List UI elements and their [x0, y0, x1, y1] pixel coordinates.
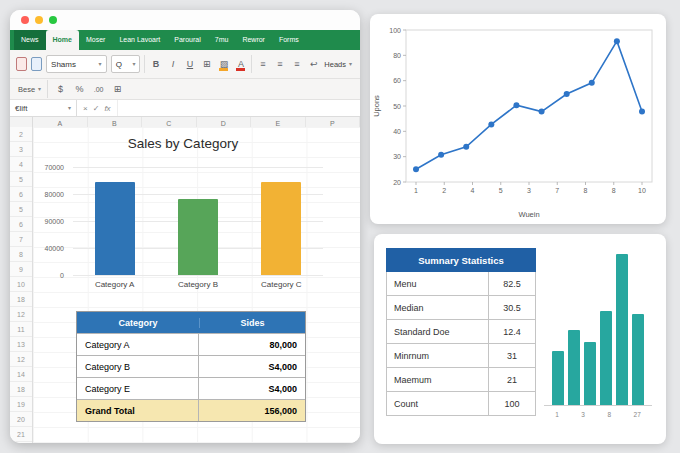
row-header[interactable]: 6: [10, 187, 32, 202]
stats-row: Count100: [386, 392, 536, 416]
row-header[interactable]: 18: [10, 382, 32, 397]
stats-rows: Menu82.5Median30.5Standard Doe12.4Minrnu…: [386, 272, 536, 416]
stats-row: Median30.5: [386, 296, 536, 320]
ribbon-tab-rewror[interactable]: Rewror: [235, 30, 272, 50]
xtick-label: 4: [471, 187, 475, 194]
row-header[interactable]: 9: [10, 262, 32, 277]
sheet-grid[interactable]: Sales by Category 700008000090000400000 …: [33, 127, 360, 443]
borders-icon[interactable]: ⊞: [200, 57, 213, 72]
row-header[interactable]: 8: [10, 247, 32, 262]
row-header[interactable]: 2: [10, 127, 32, 142]
stats-row: Minrnum31: [386, 344, 536, 368]
stats-label: Median: [387, 296, 489, 319]
sales-chart-xlabels: Category ACategory BCategory C: [73, 280, 323, 289]
row-header[interactable]: 5: [10, 202, 32, 217]
row-header[interactable]: 20: [10, 412, 32, 427]
xtick-label: 5: [499, 187, 503, 194]
ribbon-tab-forms[interactable]: Forms: [272, 30, 306, 50]
merge-cells-icon[interactable]: ⊞: [111, 82, 124, 97]
row-header[interactable]: 3: [10, 142, 32, 157]
row-header[interactable]: 6: [10, 217, 32, 232]
formula-input[interactable]: [118, 100, 360, 116]
ribbon-tab-moser[interactable]: Moser: [79, 30, 112, 50]
y-axis-label: Upons: [372, 95, 381, 117]
table-cell-value[interactable]: S4,000: [199, 384, 305, 394]
font-color-icon[interactable]: A: [234, 57, 247, 72]
minimize-button[interactable]: [35, 16, 43, 24]
fill-color-icon[interactable]: ▨: [217, 57, 230, 72]
toolbar-divider: [251, 55, 252, 73]
ytick-label: 40: [393, 128, 401, 135]
table-header-row: CategorySides: [77, 312, 305, 333]
xtick-label: 3: [527, 187, 531, 194]
decimal-format-icon[interactable]: .00: [92, 82, 105, 97]
row-header[interactable]: 7: [10, 232, 32, 247]
stats-label: Menu: [387, 272, 489, 295]
mini-bar: [584, 342, 596, 405]
row-header[interactable]: 12: [10, 352, 32, 367]
percent-format-icon[interactable]: %: [73, 82, 86, 97]
table-row: Grand Total156,000: [77, 399, 305, 421]
table-cell-label[interactable]: Category B: [77, 356, 199, 377]
cancel-entry-icon[interactable]: ×: [83, 104, 88, 113]
align-right-icon[interactable]: ≡: [290, 57, 303, 72]
bese-dropdown[interactable]: Bese ▾: [18, 85, 41, 94]
table-cell-value[interactable]: 80,000: [199, 340, 305, 350]
heads-dropdown[interactable]: Heads ▾: [324, 60, 354, 69]
align-left-icon[interactable]: ≡: [256, 57, 269, 72]
insert-function-icon[interactable]: fx: [104, 104, 110, 113]
italic-button[interactable]: I: [166, 57, 179, 72]
mini-bar-chart: 13827: [544, 254, 652, 420]
embedded-chart-title: Sales by Category: [43, 136, 323, 151]
row-header[interactable]: 4: [10, 157, 32, 172]
zoom-button[interactable]: [49, 16, 57, 24]
close-button[interactable]: [21, 16, 29, 24]
align-center-icon[interactable]: ≡: [273, 57, 286, 72]
data-point: [639, 109, 645, 115]
plot-border: [406, 30, 652, 182]
ribbon-tab-lean-lavoart[interactable]: Lean Lavoart: [112, 30, 167, 50]
table-header-category[interactable]: Category: [77, 318, 200, 328]
row-header[interactable]: 14: [10, 367, 32, 382]
row-header[interactable]: 19: [10, 397, 32, 412]
underline-button[interactable]: U: [183, 57, 196, 72]
table-cell-label[interactable]: Grand Total: [77, 400, 199, 421]
table-header-sides[interactable]: Sides: [200, 318, 305, 328]
wrap-text-icon[interactable]: ↩: [307, 57, 320, 72]
bold-button[interactable]: B: [149, 57, 162, 72]
row-header[interactable]: 5: [10, 172, 32, 187]
table-cell-label[interactable]: Category E: [77, 378, 199, 399]
ribbon-tab-news[interactable]: News: [14, 30, 46, 50]
table-cell-value[interactable]: S4,000: [199, 362, 305, 372]
xtick-label: 10: [638, 187, 646, 194]
stats-label: Count: [387, 392, 489, 415]
font-name-value: Shams: [51, 60, 76, 69]
mini-xtick-label: 1: [555, 411, 559, 418]
confirm-entry-icon[interactable]: ✓: [93, 104, 100, 113]
data-point: [488, 121, 494, 127]
row-header[interactable]: 11: [10, 322, 32, 337]
ribbon-tab-7mu[interactable]: 7mu: [208, 30, 236, 50]
ribbon-tab-home[interactable]: Home: [46, 30, 79, 50]
format-painter-icon[interactable]: [31, 57, 42, 71]
paste-icon[interactable]: [16, 57, 27, 71]
row-header[interactable]: 18: [10, 292, 32, 307]
data-point: [614, 38, 620, 44]
formula-buttons: × ✓ fx: [77, 100, 118, 116]
table-cell-value[interactable]: 156,000: [199, 406, 305, 416]
toolbar-divider: [144, 55, 145, 73]
font-name-select[interactable]: Shams ▾: [46, 55, 107, 73]
xtick-label: Category B: [156, 280, 239, 289]
row-header[interactable]: 13: [10, 337, 32, 352]
bar-category-c: [261, 182, 301, 275]
table-cell-label[interactable]: Category A: [77, 334, 199, 355]
currency-format-icon[interactable]: $: [54, 82, 67, 97]
name-box[interactable]: €lift ▾: [10, 100, 77, 116]
row-header[interactable]: 21: [10, 427, 32, 442]
font-size-select[interactable]: Q ▾: [111, 55, 141, 73]
row-header[interactable]: 10: [10, 277, 32, 292]
ytick-label: 70000: [45, 164, 64, 171]
row-header[interactable]: 12: [10, 307, 32, 322]
ribbon-tab-paroural[interactable]: Paroural: [167, 30, 207, 50]
embedded-bar-chart[interactable]: [73, 167, 323, 275]
